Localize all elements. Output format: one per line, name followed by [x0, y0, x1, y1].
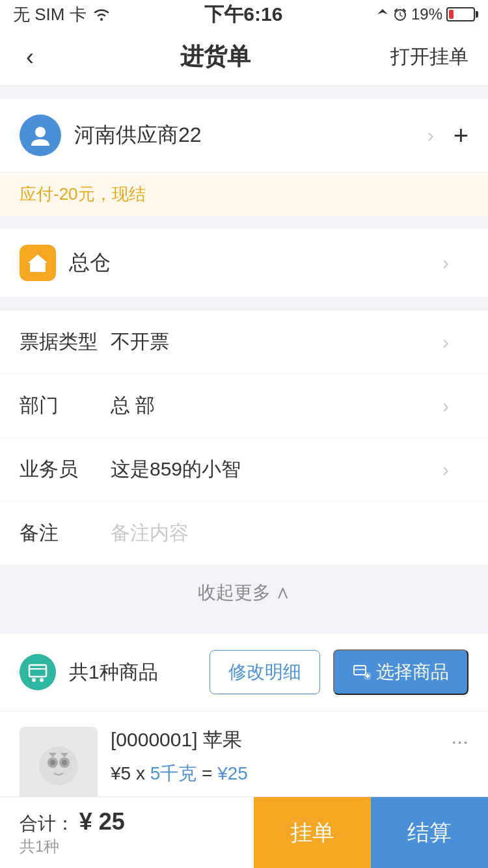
house-icon — [26, 252, 49, 273]
svg-point-2 — [35, 127, 46, 137]
product-name: [0000001] 苹果 — [111, 727, 438, 753]
wifi-icon — [92, 7, 111, 21]
product-qty: 5千克 — [150, 763, 197, 783]
total-count: 共1种 — [20, 836, 234, 857]
salesman-value: 这是859的小智 — [111, 456, 442, 483]
supplier-name: 河南供应商22 — [74, 121, 427, 150]
salesman-row[interactable]: 业务员 这是859的小智 › — [0, 437, 488, 501]
department-value: 总 部 — [111, 392, 442, 419]
svg-point-4 — [32, 678, 36, 682]
department-label: 部门 — [20, 392, 111, 419]
select-product-button[interactable]: 选择商品 — [333, 649, 468, 695]
invoice-chevron: › — [442, 331, 449, 353]
warehouse-name: 总仓 — [69, 249, 442, 277]
status-carrier: 无 SIM 卡 — [13, 3, 111, 26]
gap-4 — [0, 621, 488, 634]
svg-rect-3 — [29, 665, 46, 677]
invoice-value: 不开票 — [111, 329, 442, 355]
back-button[interactable]: ‹ — [20, 37, 40, 77]
checkout-button[interactable]: 结算 — [371, 797, 488, 868]
bottom-bar: 合计： ¥ 25 共1种 挂单 结算 — [0, 796, 488, 868]
supplier-row[interactable]: 河南供应商22 › + — [0, 99, 488, 172]
owl-logo — [36, 743, 81, 789]
svg-point-8 — [39, 746, 78, 785]
nav-bar: ‹ 进货单 打开挂单 — [0, 29, 488, 86]
notice-text: 应付-20元，现结 — [20, 184, 146, 204]
product-info: [0000001] 苹果 ¥5 x 5千克 = ¥25 — [111, 727, 438, 786]
edit-detail-button[interactable]: 修改明细 — [210, 650, 320, 694]
gap-1 — [0, 86, 488, 99]
product-header: 共1种商品 修改明细 选择商品 — [0, 634, 488, 711]
remark-row[interactable]: 备注 备注内容 — [0, 501, 488, 565]
svg-rect-6 — [354, 666, 366, 675]
status-right: 19% — [376, 5, 475, 23]
product-count-text: 共1种商品 — [69, 659, 197, 686]
salesman-chevron: › — [442, 459, 449, 481]
status-time: 下午6:16 — [204, 1, 282, 28]
warehouse-chevron: › — [442, 252, 449, 274]
product-total: ¥25 — [217, 763, 248, 783]
supplier-chevron: › — [427, 124, 434, 146]
select-icon — [353, 664, 371, 680]
location-icon — [376, 8, 389, 21]
warehouse-row[interactable]: 总仓 › — [0, 229, 488, 297]
product-price-row: ¥5 x 5千克 = ¥25 — [111, 761, 438, 786]
page-title: 进货单 — [180, 41, 251, 73]
product-more-button[interactable]: ··· — [451, 727, 468, 756]
svg-point-0 — [100, 18, 103, 21]
form-section: 票据类型 不开票 › 部门 总 部 › 业务员 这是859的小智 › 备注 备注… — [0, 310, 488, 565]
invoice-row[interactable]: 票据类型 不开票 › — [0, 310, 488, 373]
department-chevron: › — [442, 395, 449, 417]
svg-point-5 — [40, 678, 44, 682]
warehouse-section: 总仓 › — [0, 229, 488, 297]
hang-button[interactable]: 挂单 — [254, 797, 371, 868]
battery-icon — [446, 7, 475, 21]
product-code: [0000001] — [111, 729, 203, 750]
total-amount: ¥ 25 — [79, 808, 125, 835]
remark-label: 备注 — [20, 520, 111, 547]
total-section: 合计： ¥ 25 共1种 — [0, 797, 254, 868]
product-count-icon — [20, 654, 56, 690]
remark-value: 备注内容 — [111, 520, 468, 547]
collapse-button[interactable]: 收起更多 ∧ — [0, 565, 488, 621]
cart-icon — [27, 662, 49, 682]
add-button[interactable]: + — [454, 121, 468, 150]
gap-3 — [0, 297, 488, 310]
open-hang-button[interactable]: 打开挂单 — [390, 44, 468, 70]
alarm-icon — [393, 7, 407, 21]
carrier-text: 无 SIM 卡 — [13, 3, 87, 26]
battery-percent: 19% — [411, 5, 442, 23]
total-row: 合计： ¥ 25 — [20, 808, 234, 836]
total-label: 合计： — [20, 813, 74, 834]
person-icon — [29, 124, 52, 147]
supplier-avatar — [20, 115, 61, 156]
svg-point-12 — [62, 760, 67, 765]
warehouse-icon — [20, 245, 56, 281]
supplier-section: 河南供应商22 › + 应付-20元，现结 — [0, 99, 488, 216]
department-row[interactable]: 部门 总 部 › — [0, 373, 488, 437]
status-bar: 无 SIM 卡 下午6:16 19% — [0, 0, 488, 29]
product-thumbnail — [20, 727, 98, 805]
gap-2 — [0, 216, 488, 229]
svg-point-11 — [50, 760, 55, 765]
notice-bar: 应付-20元，现结 — [0, 172, 488, 216]
invoice-label: 票据类型 — [20, 329, 111, 355]
salesman-label: 业务员 — [20, 456, 111, 483]
